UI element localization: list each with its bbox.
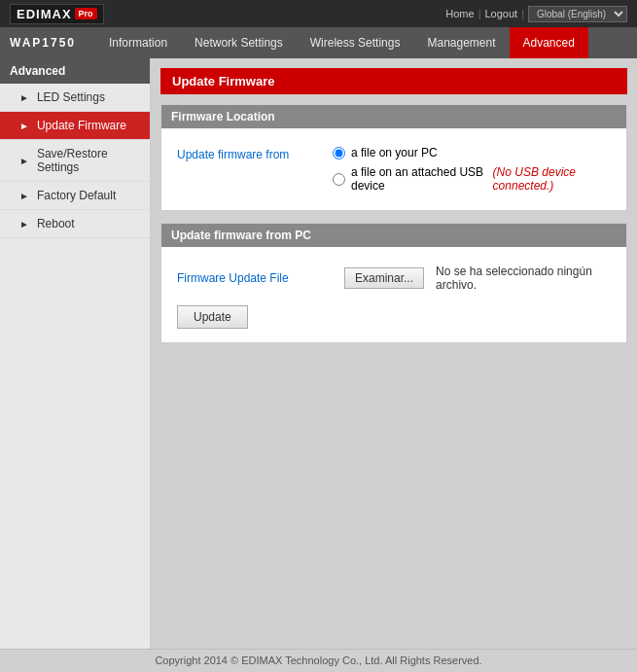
top-links: Home | Logout | Global (English)ChineseS… [445,6,627,22]
arrow-icon-reboot: ► [19,219,29,230]
fw-pc-label: Firmware Update File [177,271,333,285]
nav-wireless-settings[interactable]: Wireless Settings [297,27,414,58]
sidebar-label-factory: Factory Default [37,189,116,202]
firmware-location-header: Firmware Location [161,105,626,128]
logo-box: EDIMAX Pro [10,4,104,24]
content-area: Update Firmware Firmware Location Update… [151,58,637,649]
arrow-icon-led: ► [19,92,29,103]
sidebar-label-reboot: Reboot [37,217,75,230]
nav-network-settings[interactable]: Network Settings [181,27,297,58]
sidebar-title: Advanced [0,58,150,84]
nav-items: Information Network Settings Wireless Se… [95,27,588,58]
usb-warning-text: (No USB device connected.) [493,165,611,193]
radio-file-pc[interactable] [333,147,345,159]
firmware-location-section: Firmware Location Update firmware from a… [160,104,627,211]
nav-advanced[interactable]: Advanced [510,27,588,58]
radio-row-pc[interactable]: a file on your PC [333,146,611,159]
logout-link[interactable]: Logout [484,8,517,19]
sidebar-item-led-settings[interactable]: ► LED Settings [0,84,150,112]
language-select[interactable]: Global (English)ChineseSpanishFrench [528,6,627,22]
home-link[interactable]: Home [445,8,474,19]
top-bar: EDIMAX Pro Home | Logout | Global (Engli… [0,0,637,27]
sidebar-item-reboot[interactable]: ► Reboot [0,210,150,238]
sidebar-label-save: Save/Restore Settings [37,147,140,174]
no-file-text: No se ha seleccionado ningún archivo. [436,265,611,292]
radio-file-usb[interactable] [333,173,345,186]
update-button[interactable]: Update [177,305,248,329]
sidebar: Advanced ► LED Settings ► Update Firmwar… [0,58,151,649]
footer-text: Copyright 2014 © EDIMAX Technology Co., … [155,654,481,666]
radio-label-usb: a file on an attached USB device [351,165,487,193]
logo-edimax: EDIMAX [17,7,72,21]
arrow-icon-factory: ► [19,191,29,201]
radio-row-usb[interactable]: a file on an attached USB device (No USB… [333,165,611,193]
separator1: | [478,8,481,19]
logo-area: EDIMAX Pro [10,4,104,24]
nav-bar: WAP1750 Information Network Settings Wir… [0,27,637,58]
browse-button[interactable]: Examinar... [344,267,424,289]
sidebar-item-update-firmware[interactable]: ► Update Firmware [0,112,150,140]
sidebar-label-firmware: Update Firmware [37,119,126,132]
sidebar-label-led: LED Settings [37,90,105,104]
arrow-icon-save: ► [19,156,29,166]
nav-information[interactable]: Information [95,27,181,58]
sidebar-item-factory-default[interactable]: ► Factory Default [0,182,150,210]
radio-label-pc: a file on your PC [351,146,438,159]
firmware-location-content: Update firmware from a file on your PC a… [161,128,626,210]
logo-pro: Pro [75,8,97,19]
firmware-pc-section: Update firmware from PC Firmware Update … [160,223,627,343]
fw-options: a file on your PC a file on an attached … [333,146,611,193]
separator2: | [521,8,524,19]
sidebar-item-save-restore[interactable]: ► Save/Restore Settings [0,140,150,182]
firmware-pc-header: Update firmware from PC [161,224,626,247]
footer: Copyright 2014 © EDIMAX Technology Co., … [0,649,637,672]
firmware-pc-content: Firmware Update File Examinar... No se h… [161,247,626,342]
page-title: Update Firmware [160,68,627,94]
update-row: Update [177,296,611,329]
fw-pc-row: Firmware Update File Examinar... No se h… [177,261,611,296]
arrow-icon-firmware: ► [19,121,29,131]
main-layout: Advanced ► LED Settings ► Update Firmwar… [0,58,637,649]
nav-management[interactable]: Management [413,27,509,58]
fw-location-label: Update firmware from [177,146,333,161]
nav-model: WAP1750 [10,36,76,50]
fw-location-row: Update firmware from a file on your PC a… [177,142,611,196]
